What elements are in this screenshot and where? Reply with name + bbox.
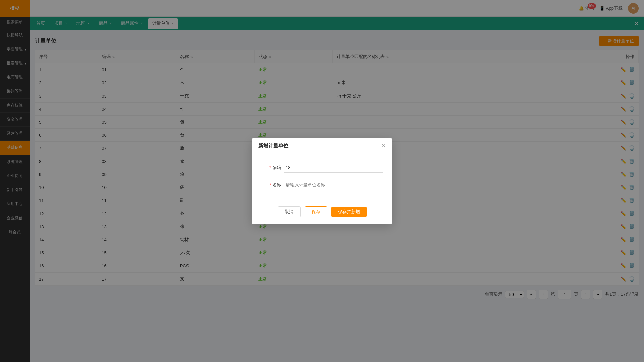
modal-body: 编码 名称 bbox=[252, 154, 392, 202]
modal-title: 新增计量单位 bbox=[258, 143, 288, 149]
modal-overlay[interactable]: 新增计量单位 ✕ 编码 名称 取消 保存 保存并新增 bbox=[0, 0, 644, 362]
name-input[interactable] bbox=[284, 180, 383, 190]
form-row-code: 编码 bbox=[261, 162, 383, 173]
save-and-new-button[interactable]: 保存并新增 bbox=[331, 207, 367, 217]
code-input[interactable] bbox=[284, 162, 383, 173]
modal-footer: 取消 保存 保存并新增 bbox=[252, 202, 392, 224]
modal-close-button[interactable]: ✕ bbox=[381, 143, 386, 149]
code-label: 编码 bbox=[261, 165, 281, 171]
modal: 新增计量单位 ✕ 编码 名称 取消 保存 保存并新增 bbox=[252, 138, 392, 224]
name-label: 名称 bbox=[261, 182, 281, 188]
cancel-button[interactable]: 取消 bbox=[278, 206, 301, 217]
save-button[interactable]: 保存 bbox=[305, 206, 327, 217]
form-row-name: 名称 bbox=[261, 180, 383, 190]
modal-header: 新增计量单位 ✕ bbox=[252, 138, 392, 154]
